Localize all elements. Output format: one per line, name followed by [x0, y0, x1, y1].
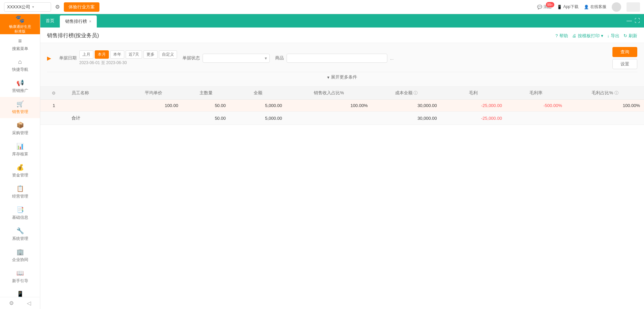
avatar[interactable]: [612, 2, 621, 12]
company-selector[interactable]: XXXXX公司 ▾: [4, 2, 51, 12]
page-title: 销售排行榜(按业务员): [47, 32, 99, 39]
date-col: 上月 本月 本年 近7天 更多 自定义 2023-06-01 至 2023-06…: [79, 50, 177, 66]
basic-info-icon: 📑: [16, 206, 24, 213]
tab-home[interactable]: 首页: [40, 14, 60, 28]
help-label: 帮助: [559, 33, 568, 39]
sidebar-item-finance[interactable]: 💰 资金管理: [0, 160, 40, 182]
query-button[interactable]: 查询: [612, 47, 637, 57]
sidebar-item-quick-nav[interactable]: ⌂ 快捷导航: [0, 55, 40, 76]
table-area: ⚙ 员工名称 平均单价 主数量 全额 销售收入占比% 成本全额 ⓘ 毛利 毛利率…: [40, 87, 644, 309]
app-download-btn[interactable]: 📱 App下载: [557, 4, 578, 10]
td-gross-rate: -500.00%: [506, 100, 566, 112]
date-range-text: 2023-06-01 至 2023-06-30: [79, 60, 177, 66]
sidebar-item-sales[interactable]: 🛒 销售管理: [0, 97, 40, 118]
td-avg-price: 100.00: [125, 100, 182, 112]
expand-icon: ▾: [327, 75, 330, 80]
more-fields-btn[interactable]: ...: [390, 56, 394, 61]
sales-icon: 🛒: [16, 100, 24, 108]
online-service-btn[interactable]: 👤 在线客服: [584, 4, 606, 10]
sidebar-item-label: 系统管理: [12, 236, 28, 242]
sidebar-item-operations[interactable]: 📋 经营管理: [0, 182, 40, 203]
expand-more-btn[interactable]: ▾ 展开更多条件: [47, 72, 637, 82]
gross-pct-info-icon[interactable]: ⓘ: [614, 91, 618, 95]
th-avg-price: 平均单价: [125, 87, 182, 100]
download-icon: 📱: [557, 5, 562, 9]
sidebar-item-label: 搜索菜单: [12, 46, 28, 52]
purchase-icon: 📦: [16, 121, 24, 129]
td-gross-pct: 100.00%: [566, 100, 644, 112]
sidebar-item-guide[interactable]: 📖 新手引导: [0, 266, 40, 287]
enterprise-icon: 🏢: [16, 248, 24, 256]
top-right-actions: 💬 消息 99+ 📱 App下载 👤 在线客服: [537, 2, 640, 12]
date-filter: 单据日期 上月 本月 本年 近7天 更多 自定义 2023-06-01 至 20…: [59, 50, 177, 66]
footer-sales-pct: [286, 112, 372, 125]
date-btn-custom[interactable]: 自定义: [159, 50, 177, 59]
table-header-row: ⚙ 员工名称 平均单价 主数量 全额 销售收入占比% 成本全额 ⓘ 毛利 毛利率…: [40, 87, 644, 100]
th-qty: 主数量: [182, 87, 230, 100]
td-name: [68, 100, 125, 112]
trial-button[interactable]: 体验行业方案: [64, 2, 99, 12]
filter-row: ▶ 单据日期 上月 本月 本年 近7天 更多 自定义: [47, 47, 637, 69]
date-btn-7days[interactable]: 近7天: [126, 50, 142, 59]
sidebar-item-purchase[interactable]: 📦 采购管理: [0, 118, 40, 139]
footer-spacer: [40, 112, 68, 125]
help-link[interactable]: ? 帮助: [555, 33, 568, 39]
print-icon: 🖨: [572, 33, 576, 38]
footer-cost: 30,000.00: [372, 112, 441, 125]
td-qty: 50.00: [182, 100, 230, 112]
marketing-icon: 📢: [16, 79, 24, 87]
table-row: 1 100.00 50.00 5,000.00 100.00% 30,000.0…: [40, 100, 644, 112]
sidebar-item-label: 快捷导航: [12, 67, 28, 72]
sidebar-item-label: 销售管理: [12, 109, 28, 115]
collapse-arrow-icon[interactable]: ▶: [47, 55, 51, 61]
td-gross: -25,000.00: [441, 100, 506, 112]
refresh-btn[interactable]: ↻ 刷新: [624, 33, 637, 39]
sidebar-item-label: 经营管理: [12, 194, 28, 199]
sidebar-item-basic-info[interactable]: 📑 基础信息: [0, 203, 40, 224]
settings-small-button[interactable]: 设置: [612, 59, 637, 69]
content-area: 首页 销售排行榜 × — ⛶ 销售排行榜(按业务员) ? 帮助: [40, 14, 644, 309]
print-btn[interactable]: 🖨 按模板打印 ▾: [572, 33, 603, 39]
sidebar-settings-icon[interactable]: ⚙: [9, 300, 14, 306]
sidebar-collapse-icon[interactable]: ◁: [27, 300, 31, 306]
tab-maximize-icon[interactable]: ⛶: [635, 18, 640, 24]
sidebar-item-label: 企业协同: [12, 257, 28, 263]
footer-qty: 50.00: [182, 112, 230, 125]
quick-nav-icon: ⌂: [18, 58, 22, 65]
table-footer: 合计 50.00 5,000.00 30,000.00 -25,000.00: [40, 112, 644, 125]
top-bar: XXXXX公司 ▾ ⚙ 体验行业方案 💬 消息 99+ 📱 App下载 👤 在线…: [0, 0, 644, 14]
sidebar-item-inventory[interactable]: 📊 库存核算: [0, 139, 40, 160]
inventory-icon: 📊: [16, 143, 24, 150]
page-content: 销售排行榜(按业务员) ? 帮助 🖨 按模板打印 ▾ ↓ 导出: [40, 28, 644, 309]
export-btn[interactable]: ↓ 导出: [607, 33, 620, 39]
sidebar-item-enterprise[interactable]: 🏢 企业协同: [0, 245, 40, 266]
tab-minimize-icon[interactable]: —: [627, 18, 632, 24]
tab-close-icon[interactable]: ×: [89, 19, 91, 24]
status-select[interactable]: [203, 54, 270, 63]
goods-input[interactable]: [287, 54, 387, 63]
messages-btn[interactable]: 💬 消息 99+: [537, 4, 552, 10]
table-body: 1 100.00 50.00 5,000.00 100.00% 30,000.0…: [40, 100, 644, 112]
sidebar-item-system[interactable]: 🔧 系统管理: [0, 224, 40, 245]
sidebar-item-marketing[interactable]: 📢 营销推广: [0, 76, 40, 97]
search-order-icon: ≡: [18, 38, 22, 45]
topbar-settings-icon[interactable]: ⚙: [55, 4, 60, 10]
date-range-btns: 上月 本月 本年 近7天 更多 自定义: [79, 50, 177, 59]
user-name-placeholder: [627, 2, 640, 12]
sidebar-item-search-order[interactable]: ≡ 搜索菜单: [0, 34, 40, 55]
date-btn-more[interactable]: 更多: [143, 50, 158, 59]
date-btn-this-year[interactable]: 本年: [110, 50, 124, 59]
tab-sales-rank[interactable]: 销售排行榜 ×: [60, 15, 97, 28]
date-btn-this-month[interactable]: 本月: [95, 50, 109, 59]
date-btn-last-month[interactable]: 上月: [79, 50, 93, 59]
tab-sales-rank-label: 销售排行榜: [65, 18, 87, 24]
cost-info-icon[interactable]: ⓘ: [414, 91, 418, 95]
sidebar-item-app-center[interactable]: 📱 应用中心: [0, 287, 40, 297]
finance-icon: 💰: [16, 164, 24, 171]
print-label: 按模板打印: [578, 33, 600, 39]
sidebar-item-label: 采购管理: [12, 130, 28, 136]
th-name: 员工名称: [68, 87, 125, 100]
filter-area: ▶ 单据日期 上月 本月 本年 近7天 更多 自定义: [40, 43, 644, 87]
date-filter-label: 单据日期: [59, 55, 77, 61]
footer-gross-pct: [566, 112, 644, 125]
